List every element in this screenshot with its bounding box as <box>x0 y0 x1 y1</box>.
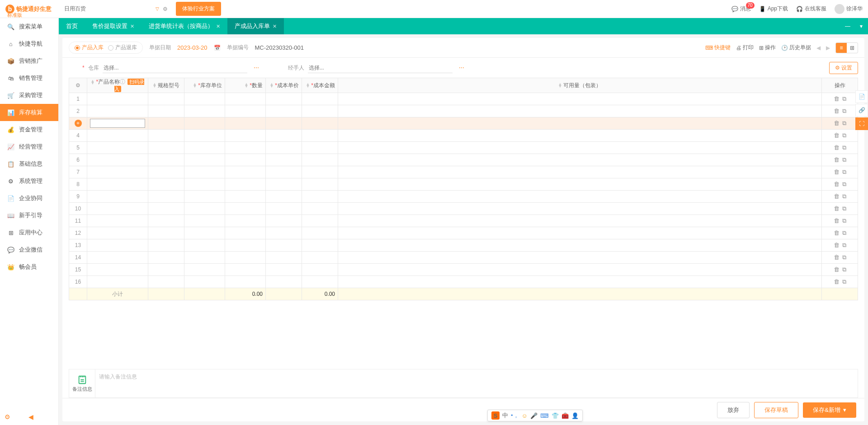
col-price[interactable]: ▲▼*成本单价 <box>266 78 302 93</box>
ime-skin-icon[interactable]: 👕 <box>552 412 559 419</box>
delete-row-icon[interactable]: 🗑 <box>834 205 840 212</box>
copy-row-icon[interactable]: ⧉ <box>842 242 846 248</box>
history-link[interactable]: 🕑历史单据 <box>781 44 811 51</box>
close-icon[interactable]: ✕ <box>130 23 134 29</box>
table-row[interactable]: 2🗑⧉ <box>69 105 858 117</box>
close-icon[interactable]: ✕ <box>216 23 220 29</box>
copy-row-icon[interactable]: ⧉ <box>842 229 846 236</box>
industry-plan-button[interactable]: 体验行业方案 <box>176 2 221 16</box>
copy-row-icon[interactable]: ⧉ <box>842 193 846 200</box>
ime-toolbox-icon[interactable]: 🧰 <box>561 412 569 419</box>
table-row[interactable]: 4🗑⧉ <box>69 130 858 142</box>
tab-menu-button[interactable]: ▾ <box>854 18 868 34</box>
sidebar-item-0[interactable]: 🔍搜索菜单 <box>0 18 58 35</box>
sidebar-item-12[interactable]: ⊞应用中心 <box>0 224 58 241</box>
float-link-button[interactable]: 🔗 <box>855 104 868 117</box>
sidebar-item-14[interactable]: 👑畅会员 <box>0 258 58 276</box>
copy-row-icon[interactable]: ⧉ <box>842 181 846 187</box>
calendar-icon[interactable]: 📅 <box>214 45 221 51</box>
remarks-input[interactable] <box>95 369 858 397</box>
print-link[interactable]: 🖨打印 <box>736 44 754 51</box>
sidebar-item-10[interactable]: 📄企业协同 <box>0 190 58 207</box>
copy-row-icon[interactable]: ⧉ <box>842 144 846 151</box>
col-qty[interactable]: ▲▼*数量 <box>225 78 266 93</box>
close-icon[interactable]: ✕ <box>273 23 277 29</box>
app-download-button[interactable]: 📱 App下载 <box>759 5 788 13</box>
product-name-input[interactable] <box>90 119 145 128</box>
delete-row-icon[interactable]: 🗑 <box>834 266 840 273</box>
col-spec[interactable]: ▲▼规格型号 <box>148 78 184 93</box>
tab-3[interactable]: 产成品入库单✕ <box>227 18 284 34</box>
col-settings[interactable]: ⚙ <box>69 78 87 93</box>
delete-row-icon[interactable]: 🗑 <box>834 217 840 224</box>
radio-product-in[interactable]: 产品入库 <box>75 44 104 51</box>
settings-button[interactable]: ⚙ 设置 <box>829 62 858 74</box>
sidebar-item-3[interactable]: 🛍销售管理 <box>0 70 58 87</box>
operation-link[interactable]: ⊞操作 <box>759 44 776 51</box>
table-row[interactable]: 7🗑⧉ <box>69 166 858 178</box>
table-row[interactable]: 13🗑⧉ <box>69 239 858 252</box>
delete-row-icon[interactable]: 🗑 <box>834 193 840 200</box>
user-menu[interactable]: 徐泽华 <box>835 4 863 14</box>
table-row[interactable]: 5🗑⧉ <box>69 142 858 154</box>
delete-row-icon[interactable]: 🗑 <box>834 168 840 175</box>
delete-row-icon[interactable]: 🗑 <box>834 156 840 163</box>
col-available[interactable]: ▲▼可用量（包装） <box>338 78 822 93</box>
tab-0[interactable]: 首页 <box>59 18 85 34</box>
delete-row-icon[interactable]: 🗑 <box>834 242 840 248</box>
delete-row-icon[interactable]: 🗑 <box>834 229 840 236</box>
sidebar-item-1[interactable]: ⌂快捷导航 <box>0 35 58 52</box>
org-gear-icon[interactable]: ⚙ <box>163 6 168 12</box>
view-card-button[interactable]: ⊞ <box>847 43 858 53</box>
delete-row-icon[interactable]: 🗑 <box>834 95 840 102</box>
copy-row-icon[interactable]: ⧉ <box>842 205 846 212</box>
sidebar-item-4[interactable]: 🛒采购管理 <box>0 87 58 104</box>
save-new-button[interactable]: 保存&新增▾ <box>803 402 856 418</box>
ime-toolbar[interactable]: S 中 •， ☺ 🎤 ⌨ 👕 🧰 👤 <box>487 410 583 421</box>
table-row[interactable]: 10🗑⧉ <box>69 203 858 215</box>
tab-1[interactable]: 售价提取设置✕ <box>85 18 142 34</box>
sidebar-item-5[interactable]: 📊库存核算 <box>0 104 58 121</box>
sidebar-item-13[interactable]: 💬企业微信 <box>0 241 58 258</box>
handler-input[interactable] <box>308 63 453 73</box>
next-button[interactable]: ▶ <box>826 45 830 51</box>
copy-row-icon[interactable]: ⧉ <box>842 168 846 175</box>
float-note-button[interactable]: 📄 <box>855 90 868 103</box>
copy-row-icon[interactable]: ⧉ <box>842 132 846 139</box>
tab-2[interactable]: 进货单统计表（按商品）✕ <box>142 18 227 34</box>
copy-row-icon[interactable]: ⧉ <box>842 217 846 224</box>
tab-minimize-button[interactable]: — <box>841 18 854 34</box>
radio-product-out[interactable]: 产品退库 <box>108 44 137 51</box>
table-row[interactable]: 16🗑⧉ <box>69 276 858 288</box>
view-list-button[interactable]: ≡ <box>836 43 847 53</box>
prev-button[interactable]: ◀ <box>816 45 821 51</box>
delete-row-icon[interactable]: 🗑 <box>834 254 840 261</box>
org-selector[interactable]: 日用百货 ▽ <box>64 5 159 13</box>
delete-row-icon[interactable]: 🗑 <box>834 181 840 187</box>
warehouse-picker-icon[interactable]: ⋯ <box>254 65 260 71</box>
messages-button[interactable]: 💬 消息 70 <box>731 5 751 13</box>
copy-row-icon[interactable]: ⧉ <box>842 156 846 163</box>
delete-row-icon[interactable]: 🗑 <box>834 278 840 285</box>
table-row[interactable]: 11🗑⧉ <box>69 215 858 227</box>
shortcut-link[interactable]: ⌨快捷键 <box>705 44 731 51</box>
col-amount[interactable]: ▲▼*成本金额 <box>302 78 338 93</box>
copy-row-icon[interactable]: ⧉ <box>842 95 846 102</box>
table-row[interactable]: 9🗑⧉ <box>69 191 858 203</box>
handler-picker-icon[interactable]: ⋯ <box>459 65 465 71</box>
copy-row-icon[interactable]: ⧉ <box>842 107 846 114</box>
warehouse-input[interactable] <box>103 63 247 73</box>
ime-lang[interactable]: 中 <box>502 411 508 420</box>
sidebar-item-9[interactable]: ⚙系统管理 <box>0 173 58 190</box>
delete-row-icon[interactable]: 🗑 <box>834 107 840 114</box>
table-row[interactable]: 12🗑⧉ <box>69 227 858 239</box>
table-row[interactable]: 8🗑⧉ <box>69 178 858 191</box>
table-row[interactable]: +🗑⧉ <box>69 117 858 130</box>
sidebar-collapse-icon[interactable]: ◀ <box>28 413 33 420</box>
sidebar-item-11[interactable]: 📖新手引导 <box>0 207 58 224</box>
table-row[interactable]: 14🗑⧉ <box>69 252 858 264</box>
copy-row-icon[interactable]: ⧉ <box>842 120 846 126</box>
ime-emoji-icon[interactable]: ☺ <box>522 412 528 419</box>
discard-button[interactable]: 放弃 <box>717 402 750 418</box>
copy-row-icon[interactable]: ⧉ <box>842 266 846 273</box>
